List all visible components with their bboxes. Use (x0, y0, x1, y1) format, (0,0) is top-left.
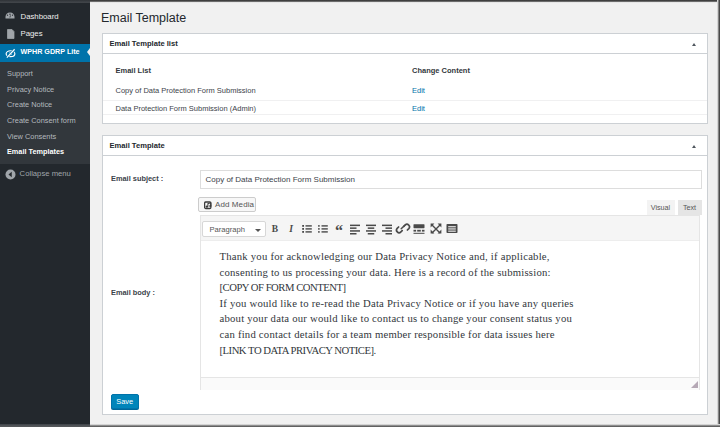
svg-text:“: “ (335, 222, 343, 239)
svg-text:I: I (288, 224, 293, 234)
svg-text:B: B (271, 224, 278, 234)
